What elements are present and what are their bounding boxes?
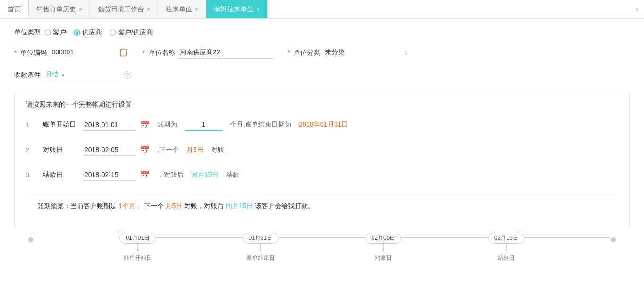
help-icon[interactable]: ? — [124, 71, 131, 79]
timeline-line-4 — [401, 237, 488, 238]
preview-prefix: 账期预览：当前客户账期是 — [37, 202, 117, 210]
row-2-hint-highlight: 月5日 — [186, 146, 203, 154]
tab-edit-partner-label: 编辑往来单位 — [214, 5, 254, 14]
row-3-hint-suffix: 结款 — [226, 171, 239, 179]
row-2-label: 对账日 — [43, 146, 76, 154]
tab-expand-button[interactable]: › — [630, 0, 644, 18]
tab-home-label: 首页 — [8, 5, 21, 14]
main-content: 单位类型 客户 供应商 客户/供应商 * 单位编码 — [0, 19, 644, 287]
unit-info-row: * 单位编码 📋 * 单位名称 * 单位分类 未分类 ∨ — [14, 46, 630, 59]
timeline-label-2: 账单结束日 — [246, 254, 275, 262]
row-2-calendar-icon[interactable]: 📅 — [140, 145, 150, 154]
tab-cashflow[interactable]: 钱货日清工作台 × — [90, 0, 158, 18]
tab-sales-history[interactable]: 销售订单历史 × — [29, 0, 90, 18]
timeline-badge-1: 01月01日 — [119, 233, 156, 244]
unit-code-star: * — [14, 49, 17, 57]
row-1-date-input[interactable] — [84, 119, 136, 131]
unit-code-input-wrap: 📋 — [51, 46, 128, 59]
preview-middle2: 对账，对账后 — [184, 202, 224, 210]
tab-cashflow-close[interactable]: × — [147, 6, 150, 13]
unit-name-group: * 单位名称 — [142, 47, 273, 59]
timeline-node-3: 02月05日 对账日 — [365, 233, 402, 262]
timeline-label-1: 账单开始日 — [124, 254, 152, 262]
preview-section: 账期预览：当前客户账期是 1个月， 下一个 月5日 对账，对账后 同月15日 该… — [26, 194, 618, 218]
unit-name-star: * — [142, 49, 144, 57]
row-3-num: 3 — [26, 171, 35, 178]
timeline-line-1 — [33, 233, 119, 233]
period-input[interactable] — [185, 118, 222, 131]
row-1-suffix-label: 账期为 — [157, 120, 177, 129]
timeline-node-4: 02月15日 结款日 — [488, 233, 525, 262]
row-3-hint-highlight: 同月15日 — [191, 171, 219, 179]
row-1-date-wrap: 📅 — [84, 119, 150, 131]
payment-cond-value: 月结 — [45, 70, 59, 79]
row-1-period-end: 2018年01月31日 — [299, 120, 348, 129]
radio-supplier[interactable]: 供应商 — [74, 28, 102, 37]
payment-cond-group: 收款条件 月结 ∨ ? — [14, 68, 131, 81]
preview-middle1: 下一个 — [144, 202, 164, 210]
timeline-line-2 — [156, 237, 242, 238]
unit-code-icon[interactable]: 📋 — [119, 48, 128, 57]
row-1-calendar-icon[interactable]: 📅 — [140, 120, 150, 129]
tab-cashflow-label: 钱货日清工作台 — [98, 5, 144, 14]
tab-partners[interactable]: 往来单位 × — [158, 0, 206, 18]
row-1-period-unit: 个月,账单结束日期为 — [230, 120, 291, 129]
panel-row-3: 3 结款日 📅 ，对账后 同月15日 结款 — [26, 169, 618, 181]
radio-customer[interactable]: 客户 — [44, 28, 66, 37]
unit-classify-label: 单位分类 — [294, 49, 320, 57]
timeline-start-dot — [28, 237, 33, 242]
payment-cond-row: 收款条件 月结 ∨ ? — [14, 68, 630, 81]
unit-type-row: 单位类型 客户 供应商 客户/供应商 — [14, 28, 630, 37]
tab-partners-close[interactable]: × — [195, 6, 198, 13]
unit-classify-value: 未分类 — [325, 48, 345, 57]
unit-name-input[interactable] — [179, 47, 273, 59]
payment-cond-chevron: ∨ — [61, 72, 65, 77]
timeline-line-3 — [279, 237, 365, 238]
row-2-date-wrap: 📅 — [84, 144, 150, 156]
unit-code-group: * 单位编码 📋 — [14, 46, 128, 59]
panel-title: 请按照未来的一个完整帐期进行设置 — [26, 101, 618, 109]
row-3-label: 结款日 — [43, 171, 76, 179]
tab-sales-history-close[interactable]: × — [79, 6, 82, 13]
timeline-end-dot — [611, 237, 616, 242]
timeline-badge-4: 02月15日 — [488, 233, 525, 244]
unit-code-label: 单位编码 — [20, 49, 47, 57]
unit-code-input[interactable] — [51, 46, 117, 58]
tab-edit-partner-close[interactable]: × — [256, 6, 260, 13]
unit-name-label: 单位名称 — [149, 49, 175, 57]
panel-row-2: 2 对账日 📅 ,下一个 月5日 对账 — [26, 144, 618, 156]
unit-classify-select[interactable]: 未分类 ∨ — [324, 46, 409, 59]
timeline-label-3: 对账日 — [375, 254, 392, 262]
settings-panel: 请按照未来的一个完整帐期进行设置 1 账单开始日 📅 账期为 个月,账单结束日期… — [14, 91, 630, 228]
tab-partners-label: 往来单位 — [166, 5, 192, 14]
row-2-date-input[interactable] — [84, 144, 136, 156]
timeline-line-5 — [525, 237, 611, 238]
row-3-calendar-icon[interactable]: 📅 — [140, 170, 150, 179]
tab-edit-partner[interactable]: 编辑往来单位 × — [206, 0, 268, 18]
timeline-badge-2: 01月31日 — [243, 233, 279, 244]
tab-home[interactable]: 首页 — [0, 0, 29, 18]
preview-highlight1: 1个月， — [119, 202, 142, 210]
radio-both[interactable]: 客户/供应商 — [110, 28, 153, 37]
preview-highlight2: 月5日 — [165, 202, 182, 210]
payment-cond-select[interactable]: 月结 ∨ — [44, 68, 120, 81]
chevron-right-icon: › — [636, 6, 638, 13]
radio-supplier-label: 供应商 — [82, 28, 102, 37]
tab-bar: 首页 销售订单历史 × 钱货日清工作台 × 往来单位 × 编辑往来单位 × › — [0, 0, 644, 19]
unit-classify-star: * — [288, 49, 290, 57]
preview-highlight3: 同月15日 — [226, 202, 253, 210]
payment-cond-label: 收款条件 — [14, 71, 41, 79]
radio-customer-label: 客户 — [53, 28, 66, 37]
timeline-label-4: 结款日 — [498, 254, 515, 262]
unit-type-group: 单位类型 客户 供应商 客户/供应商 — [14, 28, 153, 37]
row-3-date-wrap: 📅 — [84, 169, 150, 181]
radio-customer-circle — [44, 29, 51, 36]
preview-suffix: 该客户会给我打款。 — [255, 202, 314, 210]
timeline-node-2: 01月31日 账单结束日 — [243, 233, 279, 262]
row-2-hint-suffix: 对账 — [211, 146, 224, 154]
panel-row-1: 1 账单开始日 📅 账期为 个月,账单结束日期为 2018年01月31日 — [26, 118, 618, 131]
row-2-num: 2 — [26, 146, 35, 153]
radio-both-circle — [110, 29, 116, 36]
radio-group: 客户 供应商 客户/供应商 — [44, 28, 153, 37]
row-3-date-input[interactable] — [84, 169, 136, 181]
